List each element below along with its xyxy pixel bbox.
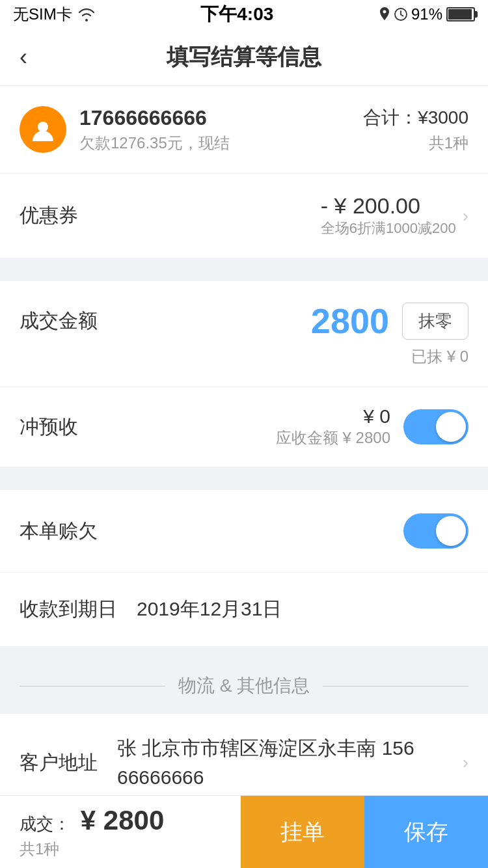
- toggle-knob: [436, 412, 466, 442]
- total-amount: 合计：¥3000: [363, 105, 468, 130]
- chevron-right-icon: ›: [463, 206, 468, 226]
- debt-label: 本单赊欠: [20, 518, 98, 545]
- transaction-amount: 2800: [311, 301, 389, 341]
- battery-percent: 91%: [411, 5, 442, 23]
- footer-count: 共1种: [20, 839, 221, 860]
- address-value: 张 北京市市辖区海淀区永丰南 156 66666666: [117, 733, 463, 792]
- pending-button[interactable]: 挂单: [241, 796, 364, 869]
- wifi-icon: [77, 7, 96, 21]
- nav-bar: ‹ 填写结算等信息: [0, 29, 488, 86]
- prepayment-values: ¥ 0 应收金额 ¥ 2800: [276, 405, 390, 448]
- page-title: 填写结算等信息: [167, 42, 321, 72]
- logistics-title: 物流 & 其他信息: [178, 673, 310, 698]
- round-button[interactable]: 抹零: [402, 303, 468, 340]
- footer-total-amount: ¥ 2800: [81, 805, 164, 835]
- coupon-discount: - ¥ 200.00: [321, 193, 456, 219]
- transaction-label: 成交金额: [20, 308, 98, 334]
- amount-row: 成交金额 2800 抹零: [20, 301, 468, 341]
- debt-toggle[interactable]: [403, 513, 468, 549]
- save-button[interactable]: 保存: [364, 796, 488, 869]
- coupon-sub: 全场6折满1000减200: [321, 219, 456, 238]
- due-date-value: 2019年12月31日: [137, 596, 282, 623]
- prepayment-right: ¥ 0 应收金额 ¥ 2800: [276, 405, 468, 448]
- address-chevron-icon: ›: [463, 752, 468, 773]
- customer-total: 合计：¥3000 共1种: [363, 105, 468, 154]
- clock-icon: [394, 8, 407, 21]
- avatar: [20, 106, 66, 153]
- prepayment-sub: 应收金额 ¥ 2800: [276, 427, 390, 448]
- customer-details: 17666666666 欠款1276.35元，现结: [79, 106, 230, 154]
- footer-total-label: 成交：: [20, 814, 70, 834]
- prepayment-row: 冲预收 ¥ 0 应收金额 ¥ 2800: [0, 387, 488, 467]
- back-button[interactable]: ‹: [20, 44, 27, 71]
- amount-section: 成交金额 2800 抹零 已抹 ¥ 0: [0, 281, 488, 387]
- address-label: 客户地址: [20, 750, 98, 776]
- debt-row: 本单赊欠: [0, 490, 488, 572]
- logistics-line-left: [20, 686, 165, 686]
- coupon-label: 优惠券: [20, 202, 78, 229]
- due-date-row: 收款到期日 2019年12月31日: [0, 572, 488, 646]
- coupon-right: - ¥ 200.00 全场6折满1000减200 ›: [321, 193, 468, 238]
- location-icon: [379, 7, 390, 21]
- customer-sub: 欠款1276.35元，现结: [79, 133, 230, 154]
- section-divider-2: [0, 478, 488, 490]
- status-left: 无SIM卡: [13, 4, 96, 25]
- no-sim-label: 无SIM卡: [13, 4, 72, 25]
- coupon-info: - ¥ 200.00 全场6折满1000减200: [321, 193, 456, 238]
- logistics-line-right: [323, 686, 468, 686]
- status-time: 下午4:03: [200, 2, 273, 27]
- prepayment-amount: ¥ 0: [276, 405, 390, 427]
- content-area: 17666666666 欠款1276.35元，现结 合计：¥3000 共1种 优…: [0, 86, 488, 868]
- status-bar: 无SIM卡 下午4:03 91%: [0, 0, 488, 29]
- customer-info-left: 17666666666 欠款1276.35元，现结: [20, 106, 230, 154]
- transaction-sub: 已抹 ¥ 0: [20, 346, 468, 367]
- total-count: 共1种: [363, 133, 468, 154]
- amount-value-group: 2800 抹零: [311, 301, 468, 341]
- customer-row: 17666666666 欠款1276.35元，现结 合计：¥3000 共1种: [0, 86, 488, 173]
- customer-phone: 17666666666: [79, 106, 230, 130]
- due-date-label: 收款到期日: [20, 596, 117, 623]
- customer-coupon-card: 17666666666 欠款1276.35元，现结 合计：¥3000 共1种 优…: [0, 86, 488, 258]
- footer: 成交： ¥ 2800 共1种 挂单 保存: [0, 795, 488, 868]
- coupon-row[interactable]: 优惠券 - ¥ 200.00 全场6折满1000减200 ›: [0, 173, 488, 258]
- battery-icon: [446, 7, 475, 21]
- prepayment-toggle[interactable]: [403, 409, 468, 444]
- footer-info: 成交： ¥ 2800 共1种: [0, 805, 241, 860]
- transaction-section: 成交金额 2800 抹零 已抹 ¥ 0 冲预收 ¥ 0 应收金额 ¥ 2800: [0, 281, 488, 467]
- svg-point-1: [38, 122, 48, 132]
- section-divider-1: [0, 269, 488, 281]
- status-right: 91%: [379, 5, 475, 23]
- logistics-header: 物流 & 其他信息: [0, 658, 488, 714]
- footer-total-row: 成交： ¥ 2800: [20, 805, 221, 836]
- prepayment-label: 冲预收: [20, 414, 78, 441]
- debt-section: 本单赊欠 收款到期日 2019年12月31日: [0, 490, 488, 646]
- debt-toggle-knob: [436, 516, 466, 546]
